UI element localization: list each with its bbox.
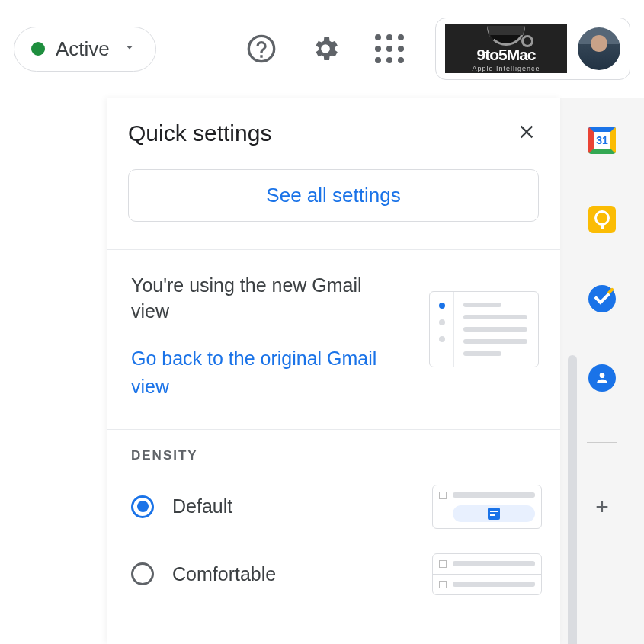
brand-text: 9to5Mac	[476, 46, 535, 64]
original-view-link[interactable]: Go back to the original Gmail view	[131, 344, 402, 402]
tasks-button[interactable]	[587, 284, 617, 314]
add-app-button[interactable]: +	[587, 492, 617, 522]
account-box[interactable]: 9to5Mac Apple Intelligence	[435, 18, 630, 80]
contacts-button[interactable]	[587, 363, 617, 393]
density-option-label: Default	[172, 495, 414, 517]
panel-title: Quick settings	[128, 120, 271, 146]
plus-icon: +	[595, 494, 609, 520]
calendar-icon: 31	[588, 127, 616, 154]
contacts-icon	[588, 364, 616, 392]
density-comfortable-thumbnail	[432, 553, 542, 595]
view-message: You're using the new Gmail view	[131, 273, 402, 325]
apps-button[interactable]	[371, 30, 408, 67]
radio-unselected-icon	[131, 562, 154, 585]
apps-grid-icon	[375, 34, 404, 63]
see-all-settings-button[interactable]: See all settings	[128, 169, 539, 222]
calendar-button[interactable]: 31	[587, 125, 617, 155]
gear-icon	[310, 34, 341, 64]
density-section-label: DENSITY	[107, 430, 560, 479]
scrollbar[interactable]	[568, 355, 577, 644]
view-thumbnail	[429, 291, 539, 367]
close-icon	[516, 121, 537, 143]
coffee-cup-icon	[487, 26, 525, 46]
density-default-thumbnail	[432, 485, 542, 529]
close-button[interactable]	[516, 121, 537, 146]
radio-selected-icon	[131, 495, 154, 518]
tasks-icon	[588, 285, 616, 312]
density-option-label: Comfortable	[172, 563, 414, 585]
density-option-comfortable[interactable]: Comfortable	[107, 547, 560, 601]
rail-divider	[587, 442, 617, 443]
status-active-dot-icon	[31, 42, 45, 56]
help-button[interactable]	[243, 30, 280, 67]
chevron-down-icon	[122, 40, 137, 58]
view-section: You're using the new Gmail view Go back …	[107, 250, 560, 429]
density-option-default[interactable]: Default	[107, 479, 560, 535]
top-bar: Active 9to5Mac Apple Intelligence	[0, 0, 644, 98]
settings-button[interactable]	[307, 30, 344, 67]
keep-icon	[588, 206, 616, 233]
brand-image: 9to5Mac Apple Intelligence	[445, 24, 567, 73]
status-label: Active	[56, 37, 110, 61]
keep-button[interactable]	[587, 204, 617, 235]
quick-settings-panel: Quick settings See all settings You're u…	[107, 98, 560, 644]
status-chip[interactable]: Active	[14, 27, 156, 72]
panel-header: Quick settings	[107, 98, 560, 162]
document-icon	[488, 508, 500, 520]
help-icon	[246, 34, 277, 64]
brand-subtext: Apple Intelligence	[472, 65, 540, 72]
avatar[interactable]	[578, 27, 620, 70]
